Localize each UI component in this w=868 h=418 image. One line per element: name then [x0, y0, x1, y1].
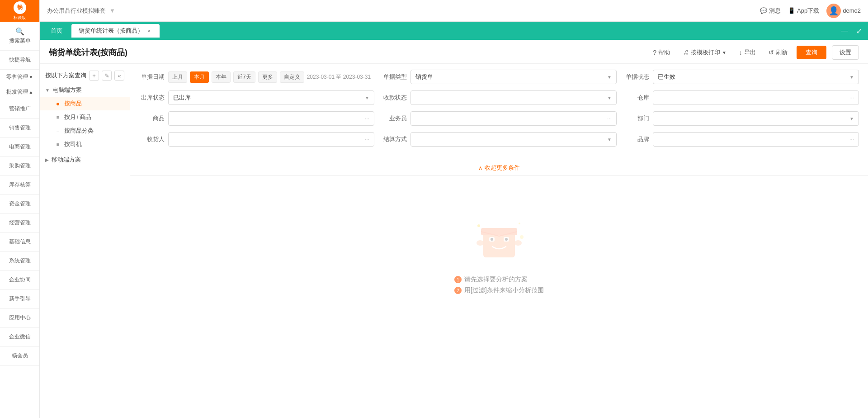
scheme-panel: 按以下方案查询 + ✎ « ▼ 电脑端方案 ● — [40, 64, 130, 333]
payment-status-arrow: ▼ — [607, 95, 612, 100]
out-status-label: 出库状态 — [139, 94, 165, 102]
department-select[interactable]: ▼ — [653, 111, 859, 126]
message-icon: 💬 — [760, 7, 767, 14]
doc-status-select[interactable]: 已生效 ▼ — [653, 70, 859, 84]
user-profile[interactable]: 👤 demo2 — [826, 4, 861, 18]
scheme-icon: ≡ — [54, 114, 61, 121]
filter-item-brand: 品牌 ··· — [624, 132, 859, 147]
scheme-item-by-category[interactable]: ≡ 按商品分类 — [40, 124, 130, 138]
sidebar-item-basics[interactable]: 基础信息 — [0, 233, 39, 252]
date-this-month-btn[interactable]: 本月 — [190, 71, 209, 83]
payment-status-select[interactable]: ▼ — [410, 90, 617, 105]
filter-item-warehouse: 仓库 ··· — [624, 90, 859, 105]
filter-item-recipient: 收货人 ··· — [139, 132, 374, 147]
sidebar-item-wechat[interactable]: 企业微信 — [0, 328, 39, 347]
sidebar-item-guide[interactable]: 新手引导 — [0, 290, 39, 309]
date-prev-month-btn[interactable]: 上月 — [168, 71, 187, 83]
date-this-year-btn[interactable]: 本年 — [212, 71, 231, 83]
out-status-select[interactable]: 已出库 ▼ — [168, 90, 374, 105]
doc-type-label: 单据类型 — [382, 73, 407, 81]
doc-type-arrow: ▼ — [607, 75, 612, 80]
scheme-edit-button[interactable]: ✎ — [102, 71, 112, 81]
scheme-icon: ≡ — [54, 141, 61, 148]
sidebar-item-ecommerce[interactable]: 电商管理 — [0, 138, 39, 157]
sidebar-item-enterprise[interactable]: 企业协同 — [0, 271, 39, 290]
refresh-button[interactable]: ↺ 刷新 — [765, 47, 791, 58]
filter-rows-container: 单据日期 上月 本月 本年 近7天 更多 自定义 2023-03-01 至 20… — [130, 64, 868, 158]
warehouse-label: 仓库 — [624, 94, 649, 102]
sidebar-item-search[interactable]: 🔍 搜索菜单 — [0, 22, 39, 51]
date-custom-btn[interactable]: 自定义 — [280, 71, 304, 83]
export-button[interactable]: ↓ 导出 — [736, 47, 760, 58]
breadcrumb-arrow: ▼ — [109, 7, 115, 14]
sidebar-item-wholesale[interactable]: 批发管理 ▲ — [0, 85, 39, 100]
svg-point-5 — [505, 238, 508, 241]
warehouse-select[interactable]: ··· — [653, 90, 859, 105]
scheme-header: 按以下方案查询 + ✎ « — [40, 68, 130, 83]
tab-close-button[interactable]: × — [146, 28, 152, 34]
sidebar-item-system[interactable]: 系统管理 — [0, 252, 39, 271]
filter-item-department: 部门 ▼ — [624, 111, 859, 126]
salesperson-select[interactable]: ··· — [410, 111, 617, 126]
settings-button[interactable]: 设置 — [832, 45, 859, 60]
scheme-item-by-month-product[interactable]: ≡ 按月+商品 — [40, 110, 130, 124]
brand-select[interactable]: ··· — [653, 132, 859, 147]
scheme-item-by-cashier[interactable]: ≡ 按司机 — [40, 138, 130, 151]
right-panel: 单据日期 上月 本月 本年 近7天 更多 自定义 2023-03-01 至 20… — [130, 64, 868, 333]
date-last7-btn[interactable]: 近7天 — [233, 71, 255, 83]
payment-method-label: 结算方式 — [382, 135, 407, 143]
sidebar-item-retail[interactable]: 零售管理 ▼ — [0, 70, 39, 85]
scheme-add-button[interactable]: + — [89, 71, 99, 81]
recipient-select[interactable]: ··· — [168, 132, 374, 147]
svg-point-10 — [514, 240, 522, 246]
tab-sales-statistics[interactable]: 销货单统计表（按商品） × — [71, 24, 160, 38]
tab-minimize-button[interactable]: — — [839, 25, 850, 36]
query-button[interactable]: 查询 — [797, 46, 826, 59]
filter-item-payment-status: 收款状态 ▼ — [382, 90, 617, 105]
scheme-group-desktop: ▼ 电脑端方案 ● 按商品 ≡ 按月+商品 ≡ — [40, 83, 130, 151]
doc-type-select[interactable]: 销货单 ▼ — [410, 70, 617, 84]
message-button[interactable]: 💬 消息 — [760, 7, 781, 15]
help-button[interactable]: ? 帮助 — [649, 47, 674, 58]
group-expand-icon: ▼ — [45, 88, 50, 93]
print-dropdown-icon: ▼ — [722, 50, 726, 55]
payment-method-select[interactable]: ▼ — [410, 132, 617, 147]
help-icon: ? — [653, 49, 656, 56]
sidebar-item-app-center[interactable]: 应用中心 — [0, 309, 39, 328]
export-icon: ↓ — [739, 49, 742, 56]
app-download-button[interactable]: 📱 App下载 — [788, 7, 819, 15]
sidebar-item-marketing[interactable]: 营销推广 — [0, 100, 39, 119]
sidebar-item-inventory[interactable]: 库存核算 — [0, 176, 39, 195]
filter-section: 单据日期 上月 本月 本年 近7天 更多 自定义 2023-03-01 至 20… — [130, 64, 868, 176]
filter-row-1: 单据日期 上月 本月 本年 近7天 更多 自定义 2023-03-01 至 20… — [139, 70, 859, 84]
sidebar-item-member[interactable]: 畅会员 — [0, 347, 39, 366]
sidebar-item-quick-nav[interactable]: 快捷导航 — [0, 51, 39, 70]
scheme-group-desktop-header[interactable]: ▼ 电脑端方案 — [40, 83, 130, 97]
date-more-btn[interactable]: 更多 — [258, 71, 277, 83]
svg-point-4 — [491, 238, 493, 241]
tab-bar-actions: — ⤢ — [839, 25, 864, 36]
sidebar-item-operations[interactable]: 经营管理 — [0, 214, 39, 233]
user-avatar: 👤 — [826, 4, 841, 18]
sidebar-item-finance[interactable]: 资金管理 — [0, 195, 39, 214]
top-header: 办公用品行业模拟账套 ▼ 💬 消息 📱 App下载 👤 demo2 — [40, 0, 868, 22]
scheme-group-mobile-header[interactable]: ▶ 移动端方案 — [40, 153, 130, 166]
content-area: 1 请先选择要分析的方案 2 用[过滤]条件来缩小分析范围 — [130, 176, 868, 333]
empty-tips-list: 1 请先选择要分析的方案 2 用[过滤]条件来缩小分析范围 — [454, 276, 544, 297]
empty-tip-2: 2 用[过滤]条件来缩小分析范围 — [454, 286, 544, 294]
chevron-up-icon: ▲ — [29, 90, 33, 95]
print-button[interactable]: 🖨 按模板打印 ▼ — [679, 47, 730, 58]
scheme-collapse-button[interactable]: « — [114, 71, 124, 81]
product-dots: ··· — [365, 115, 369, 122]
collapse-filters-button[interactable]: ∧ 收起更多条件 — [130, 160, 868, 176]
filter-item-date: 单据日期 上月 本月 本年 近7天 更多 自定义 2023-03-01 至 20… — [139, 71, 374, 83]
tab-home[interactable]: 首页 — [43, 24, 70, 38]
sidebar-item-purchase[interactable]: 采购管理 — [0, 157, 39, 176]
brand-dots: ··· — [849, 136, 854, 142]
body-layout: 按以下方案查询 + ✎ « ▼ 电脑端方案 ● — [40, 64, 868, 333]
sidebar-item-sales[interactable]: 销售管理 — [0, 119, 39, 138]
product-select[interactable]: ··· — [168, 111, 374, 126]
scheme-item-by-product[interactable]: ● 按商品 — [40, 97, 130, 110]
page-title-bar: 销货单统计表(按商品) ? 帮助 🖨 按模板打印 ▼ ↓ 导出 — [40, 40, 868, 64]
tab-maximize-button[interactable]: ⤢ — [854, 25, 864, 36]
